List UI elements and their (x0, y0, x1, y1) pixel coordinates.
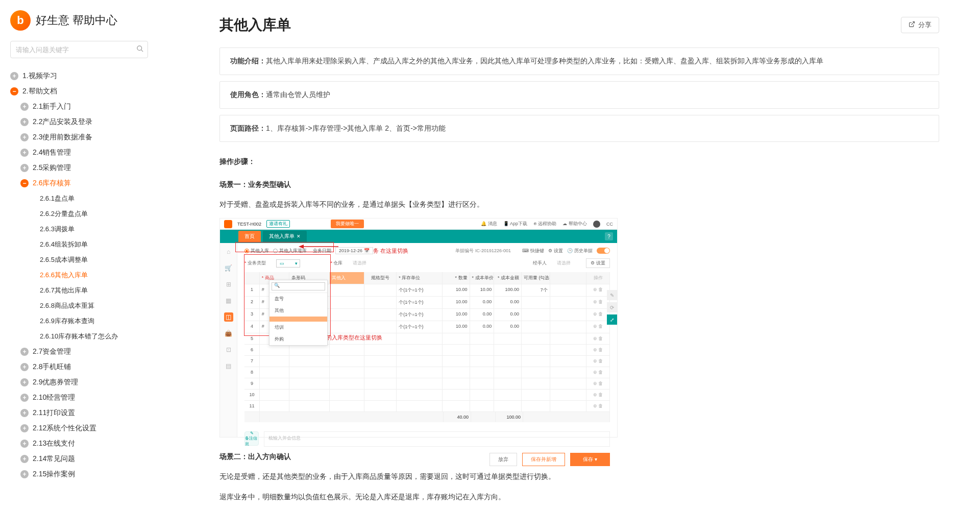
brand: b 好生意 帮助中心 (10, 10, 148, 31)
remark-icon: ✎备注信息 (244, 431, 259, 446)
nav-item[interactable]: 2.6.6其他入库单 (10, 268, 148, 283)
ss-tabbar: 首页 其他入库单✕ ? (220, 230, 617, 243)
nav-item[interactable]: +2.8手机旺铺 (10, 359, 148, 375)
nav-item[interactable]: +2.13在线支付 (10, 436, 148, 451)
ss-tool-set: ⚙ 设置 (548, 248, 563, 254)
share-icon (909, 21, 915, 29)
share-label: 分享 (918, 20, 932, 30)
ss-toggle (597, 248, 610, 254)
plus-icon: + (20, 149, 29, 157)
doc-icon: ◫ (224, 312, 233, 322)
plus-icon: + (20, 378, 29, 386)
page-title: 其他入库单 (219, 15, 291, 35)
nav-item[interactable]: 2.6.2分量盘点单 (10, 206, 148, 222)
box-icon: ⊞ (224, 280, 233, 289)
ss-handler-hint: 请选择 (557, 260, 571, 266)
plus-icon: + (20, 424, 29, 432)
nav-label: 2.8手机旺铺 (33, 362, 71, 372)
nav-item[interactable]: +2.3使用前数据准备 (10, 130, 148, 145)
search-input[interactable] (10, 41, 148, 58)
nav-item[interactable]: +2.11打印设置 (10, 405, 148, 421)
chart-icon: ⊡ (224, 345, 233, 354)
ss-bizdate-label: 业务日期 (313, 248, 331, 254)
nav-item[interactable]: +2.9优惠券管理 (10, 375, 148, 390)
brand-title: 好生意 帮助中心 (36, 13, 117, 28)
ss-header-row: 其他入库 其他入库退库 业务日期 2019-12-26 📅 单据编号 IC-20… (244, 247, 610, 254)
ss-dd-item: 培训 (270, 322, 327, 333)
ss-tab-home: 首页 (238, 231, 261, 242)
nav-tree: +1.视频学习−2.帮助文档+2.1新手入门+2.2产品安装及登录+2.3使用前… (10, 68, 148, 482)
plus-icon: + (10, 72, 18, 80)
nav-item[interactable]: 2.6.5成本调整单 (10, 252, 148, 268)
nav-item[interactable]: +2.1新手入门 (10, 99, 148, 114)
svg-line-1 (141, 50, 143, 52)
ss-tool-hist: 🕒 历史单据 (567, 248, 593, 254)
nav-item[interactable]: +2.15操作案例 (10, 467, 148, 482)
ss-top-right: 🔔 消息 📱 App下载 ⊕ 远程协助 ☁ 帮助中心 CC (481, 221, 613, 228)
search-icon[interactable] (136, 45, 144, 54)
ss-remark-input: 梳输入并会信息 (264, 431, 610, 447)
ss-form-row: *业务类型 ▭▾ *仓库 请选择 经手人 请选择 ⚙ 设置 (244, 258, 610, 268)
plus-icon: + (20, 103, 29, 111)
nav-label: 2.12系统个性化设置 (33, 424, 96, 433)
minus-icon: − (10, 87, 18, 95)
nav-item[interactable]: 2.6.9库存账本查询 (10, 313, 148, 329)
ss-dd-item: 其他 (270, 305, 327, 317)
nav-label: 2.6.5成本调整单 (40, 255, 88, 264)
ss-dd-item: 外购 (270, 333, 327, 345)
share-button[interactable]: 分享 (901, 17, 939, 33)
nav-label: 2.1新手入门 (33, 102, 71, 111)
plus-icon: + (20, 409, 29, 417)
nav-label: 2.6.4组装拆卸单 (40, 240, 88, 249)
ss-user: CC (606, 222, 613, 227)
ss-dd-item (270, 317, 327, 322)
nav-label: 2.11打印设置 (33, 408, 75, 418)
info-box-path: 页面路径：1、库存核算->库存管理->其他入库单 2、首页->常用功能 (219, 115, 939, 142)
nav-item[interactable]: +2.12系统个性化设置 (10, 421, 148, 436)
nav-item[interactable]: 2.6.8商品成本重算 (10, 298, 148, 313)
nav-label: 2.3使用前数据准备 (33, 133, 92, 142)
ss-toolbar-right: ⌨ 快捷键 ⚙ 设置 🕒 历史单据 (522, 248, 610, 254)
nav-label: 2.7资金管理 (33, 347, 71, 356)
ss-help-icon: ? (605, 232, 613, 240)
nav-label: 2.6.3调拨单 (40, 225, 75, 234)
nav-item[interactable]: 2.6.1盘点单 (10, 191, 148, 206)
ss-tr: 10⊕ 🗑 (244, 390, 610, 401)
info-label: 页面路径： (230, 124, 266, 132)
nav-item[interactable]: +2.5采购管理 (10, 160, 148, 176)
nav-label: 2.6库存核算 (33, 179, 71, 188)
nav-item[interactable]: +2.2产品安装及登录 (10, 114, 148, 130)
minus-icon: − (20, 179, 29, 187)
nav-item[interactable]: +2.4销售管理 (10, 145, 148, 160)
ss-tool-fast: ⌨ 快捷键 (522, 248, 544, 254)
nav-item[interactable]: 2.6.3调拨单 (10, 222, 148, 237)
ss-warehouse-hint: 请选择 (353, 260, 366, 266)
plus-icon: + (20, 363, 29, 371)
ss-btn-discard: 放弃 (489, 453, 517, 466)
ss-topbar: TEST-H002 邀请有礼 我要做唯一 🔔 消息 📱 App下载 ⊕ 远程协助… (220, 218, 617, 230)
logo-icon: b (10, 10, 31, 31)
ss-help-icon: ☁ 帮助中心 (562, 221, 587, 227)
ss-app-icon: 📱 App下载 (503, 221, 527, 227)
nav-label: 2.14常见问题 (33, 454, 75, 464)
nav-label: 2.5采购管理 (33, 163, 71, 173)
nav-item[interactable]: +2.7资金管理 (10, 344, 148, 359)
nav-item[interactable]: +2.10经营管理 (10, 390, 148, 405)
nav-item[interactable]: −2.6库存核算 (10, 176, 148, 191)
ss-radio-in: 其他入库 (244, 248, 269, 254)
home-icon: ⌂ (224, 247, 233, 256)
nav-item[interactable]: −2.帮助文档 (10, 84, 148, 99)
grid-icon: ▤ (224, 361, 233, 371)
plus-icon: + (20, 164, 29, 172)
ss-tab-active: 其他入库单✕ (263, 231, 307, 242)
nav-item[interactable]: 2.6.10库存账本错了怎么办 (10, 329, 148, 344)
nav-item[interactable]: 2.6.7其他出库单 (10, 283, 148, 298)
sidebar: b 好生意 帮助中心 +1.视频学习−2.帮助文档+2.1新手入门+2.2产品安… (0, 0, 158, 510)
nav-label: 2.6.8商品成本重算 (40, 301, 94, 310)
plus-icon: + (20, 455, 29, 463)
nav-item[interactable]: +2.14常见问题 (10, 451, 148, 467)
nav-item[interactable]: 2.6.4组装拆卸单 (10, 237, 148, 252)
calendar-icon: ▦ (224, 296, 233, 305)
search-box (10, 41, 148, 58)
nav-item[interactable]: +1.视频学习 (10, 68, 148, 84)
